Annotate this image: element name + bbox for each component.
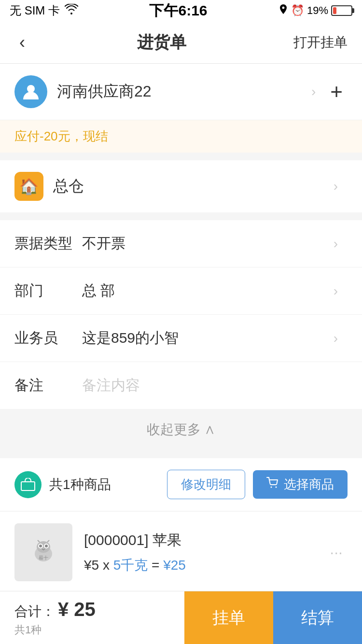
collapse-row[interactable]: 收起更多 ∧ <box>0 409 362 450</box>
price-equals: = <box>152 558 163 573</box>
warehouse-section: 🏠 总仓 › <box>0 160 362 212</box>
svg-point-3 <box>276 487 277 488</box>
svg-point-2 <box>271 487 272 488</box>
invoice-row[interactable]: 票据类型 不开票 › <box>0 220 362 267</box>
svg-rect-1 <box>21 482 35 490</box>
price-x: x <box>103 558 113 573</box>
remark-row[interactable]: 备注 备注内容 <box>0 362 362 409</box>
status-time: 下午6:16 <box>149 1 207 21</box>
status-right: ⏰ 19% <box>278 3 352 18</box>
cart-icon <box>266 477 280 492</box>
page-title: 进货单 <box>137 31 186 54</box>
supplier-name: 河南供应商22 <box>57 81 311 102</box>
salesman-value: 这是859的小智 <box>77 328 334 348</box>
product-total: ¥25 <box>163 558 186 573</box>
location-icon <box>278 3 288 18</box>
select-product-label: 选择商品 <box>284 476 334 493</box>
checkout-button[interactable]: 结算 <box>273 591 362 644</box>
total-main: 合计： ¥ 25 <box>14 599 170 621</box>
battery-text: 19% <box>307 4 328 17</box>
supplier-avatar <box>14 75 47 108</box>
svg-point-0 <box>27 85 35 93</box>
edit-detail-button[interactable]: 修改明细 <box>167 470 245 499</box>
total-count: 共1种 <box>14 623 170 637</box>
alarm-icon: ⏰ <box>291 4 304 17</box>
dept-row[interactable]: 部门 总 部 › <box>0 267 362 315</box>
product-thumbnail: 晷十 <box>14 523 72 581</box>
remark-label: 备注 <box>14 376 77 395</box>
bottom-total: 合计： ¥ 25 共1种 <box>0 591 184 644</box>
content-area: 河南供应商22 › + 应付-20元，现结 🏠 总仓 › 票据类型 不开票 › … <box>0 64 362 644</box>
product-price-row: ¥5 x 5千克 = ¥25 <box>84 556 325 574</box>
salesman-chevron-icon: › <box>334 331 338 346</box>
dept-value: 总 部 <box>77 281 334 301</box>
dept-label: 部门 <box>14 281 77 301</box>
invoice-chevron-icon: › <box>334 236 338 252</box>
status-left: 无 SIM 卡 <box>10 3 78 18</box>
warehouse-row[interactable]: 🏠 总仓 › <box>0 160 362 212</box>
product-more-button[interactable]: ··· <box>325 539 348 566</box>
product-info: [0000001] 苹果 ¥5 x 5千克 = ¥25 <box>84 531 325 574</box>
hang-button[interactable]: 挂单 <box>184 591 273 644</box>
products-header: 共1种商品 修改明细 选择商品 <box>0 458 362 511</box>
product-count: 共1种商品 <box>49 476 167 494</box>
battery-icon <box>331 5 352 16</box>
select-product-button[interactable]: 选择商品 <box>253 470 348 499</box>
warehouse-icon: 🏠 <box>14 172 43 201</box>
open-hang-button[interactable]: 打开挂单 <box>293 33 348 52</box>
salesman-label: 业务员 <box>14 328 77 348</box>
back-button[interactable]: ‹ <box>14 28 30 57</box>
svg-text:晷十: 晷十 <box>39 555 48 560</box>
wifi-icon <box>65 4 78 17</box>
products-icon <box>14 471 42 498</box>
nav-bar: ‹ 进货单 打开挂单 <box>0 21 362 64</box>
remark-input[interactable]: 备注内容 <box>77 376 348 395</box>
product-name: [0000001] 苹果 <box>84 531 325 550</box>
invoice-value: 不开票 <box>77 234 334 253</box>
collapse-label: 收起更多 ∧ <box>147 420 216 439</box>
svg-point-8 <box>39 545 42 547</box>
add-supplier-button[interactable]: + <box>325 80 348 104</box>
product-item: 晷十 [0000001] 苹果 ¥5 x 5千克 = ¥25 ··· <box>0 512 362 593</box>
supplier-section: 河南供应商22 › + 应付-20元，现结 <box>0 64 362 153</box>
warehouse-chevron-icon: › <box>334 179 338 194</box>
status-bar: 无 SIM 卡 下午6:16 ⏰ 19% <box>0 0 362 21</box>
carrier-text: 无 SIM 卡 <box>10 3 60 18</box>
invoice-label: 票据类型 <box>14 234 77 253</box>
supplier-alert: 应付-20元，现结 <box>0 120 362 153</box>
form-section: 票据类型 不开票 › 部门 总 部 › 业务员 这是859的小智 › 备注 备注… <box>0 220 362 409</box>
supplier-chevron-icon: › <box>311 84 316 99</box>
total-amount: ¥ 25 <box>58 599 96 620</box>
warehouse-name: 总仓 <box>53 176 334 197</box>
supplier-row[interactable]: 河南供应商22 › + <box>0 64 362 120</box>
svg-point-9 <box>45 545 48 547</box>
total-label: 合计： <box>14 602 55 621</box>
owl-icon: 晷十 <box>29 535 58 570</box>
product-quantity: 5千克 <box>113 558 148 573</box>
product-price: ¥5 <box>84 558 99 573</box>
bottom-bar: 合计： ¥ 25 共1种 挂单 结算 <box>0 591 362 644</box>
dept-chevron-icon: › <box>334 283 338 299</box>
salesman-row[interactable]: 业务员 这是859的小智 › <box>0 315 362 362</box>
